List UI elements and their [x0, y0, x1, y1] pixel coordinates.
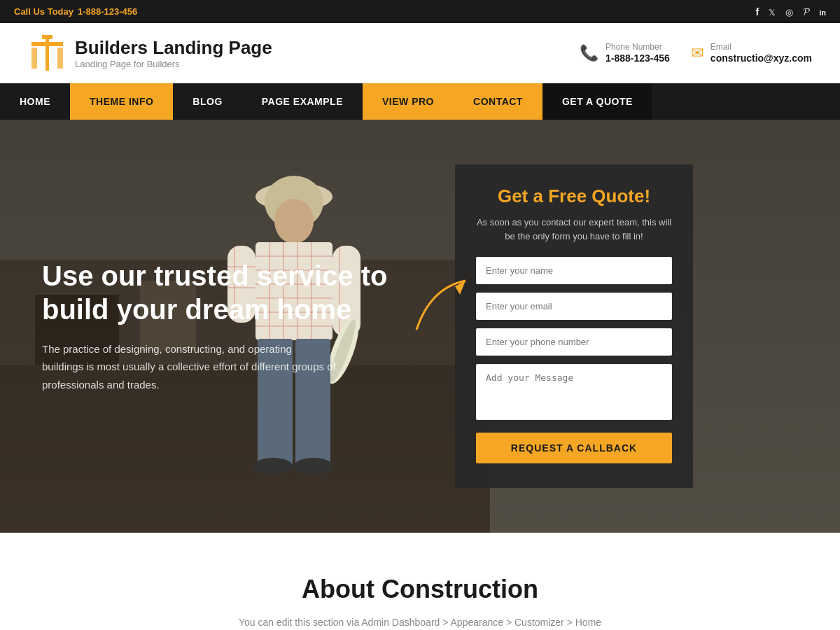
svg-point-29 — [253, 458, 293, 475]
email-address: constructio@xyz.com — [710, 52, 812, 64]
svg-rect-3 — [31, 48, 37, 69]
pinterest-icon[interactable] — [803, 6, 809, 18]
phone-contact: 📞 Phone Number 1-888-123-456 — [580, 42, 670, 64]
site-subtitle: Landing Page for Builders — [75, 59, 272, 69]
submit-button[interactable]: REQUEST A CALLBACK — [476, 433, 672, 463]
header-contact: 📞 Phone Number 1-888-123-456 ✉ Email con… — [580, 42, 812, 64]
email-icon: ✉ — [691, 44, 704, 62]
phone-top: 1-888-123-456 — [78, 6, 137, 17]
hero-section: Use our trusted service to build your dr… — [0, 120, 840, 533]
email-input[interactable] — [476, 293, 672, 320]
logo-area: Builders Landing Page Landing Page for B… — [28, 34, 272, 72]
phone-icon: 📞 — [580, 44, 598, 62]
twitter-icon[interactable] — [769, 6, 776, 18]
quote-form: Get a Free Quote! As soon as you contact… — [455, 164, 693, 488]
logo-text: Builders Landing Page Landing Page for B… — [75, 37, 272, 69]
main-nav: HOME THEME INFO BLOG PAGE EXAMPLE VIEW P… — [0, 83, 840, 120]
email-contact: ✉ Email constructio@xyz.com — [691, 42, 812, 64]
quote-form-subtitle: As soon as you contact our expert team, … — [476, 216, 672, 243]
linkedin-icon[interactable] — [819, 6, 826, 18]
quote-form-wrapper: Get a Free Quote! As soon as you contact… — [455, 164, 693, 488]
about-description: You can edit this section via Admin Dash… — [175, 615, 665, 630]
svg-rect-4 — [57, 48, 63, 69]
email-label: Email — [710, 42, 812, 52]
phone-number: 1-888-123-456 — [606, 52, 670, 64]
nav-blog[interactable]: BLOG — [173, 83, 241, 120]
message-input[interactable] — [476, 364, 672, 420]
quote-form-title: Get a Free Quote! — [476, 186, 672, 207]
nav-home[interactable]: HOME — [0, 83, 70, 120]
nav-page-example[interactable]: PAGE EXAMPLE — [242, 83, 363, 120]
nav-contact[interactable]: CONTACT — [454, 83, 542, 120]
hero-description: The practice of designing, constructing,… — [42, 340, 336, 394]
site-title: Builders Landing Page — [75, 37, 272, 59]
top-bar: Call Us Today 1-888-123-456 — [0, 0, 840, 23]
social-icons-bar — [756, 6, 826, 18]
svg-rect-0 — [42, 35, 52, 39]
phone-input[interactable] — [476, 328, 672, 356]
phone-label: Phone Number — [606, 42, 670, 52]
phone-details: Phone Number 1-888-123-456 — [606, 42, 670, 64]
site-logo-icon — [28, 34, 66, 72]
call-label: Call Us Today — [14, 6, 74, 17]
facebook-icon[interactable] — [756, 6, 760, 18]
site-header: Builders Landing Page Landing Page for B… — [0, 23, 840, 83]
svg-point-30 — [294, 458, 333, 475]
nav-theme-info[interactable]: THEME INFO — [70, 83, 173, 120]
instagram-icon[interactable] — [785, 6, 793, 18]
hero-content: Use our trusted service to build your dr… — [0, 217, 455, 436]
about-title: About Construction — [28, 575, 812, 604]
nav-view-pro[interactable]: VIEW PRO — [363, 83, 454, 120]
call-us-area: Call Us Today 1-888-123-456 — [14, 6, 137, 17]
nav-get-quote[interactable]: GET A QUOTE — [542, 83, 652, 120]
hero-title: Use our trusted service to build your dr… — [42, 259, 413, 326]
about-section: About Construction You can edit this sec… — [0, 533, 840, 630]
name-input[interactable] — [476, 257, 672, 284]
arrow-decoration — [410, 274, 479, 344]
email-details: Email constructio@xyz.com — [710, 42, 812, 64]
svg-rect-2 — [31, 42, 63, 46]
